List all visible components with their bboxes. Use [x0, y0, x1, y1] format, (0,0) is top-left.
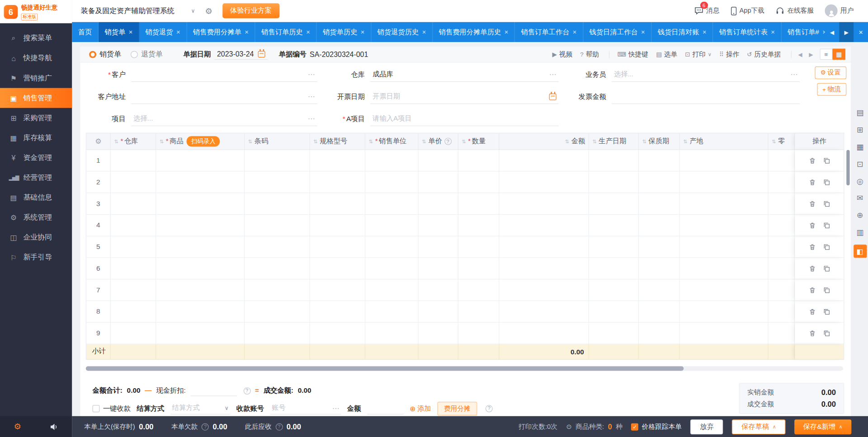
grid-cell[interactable] — [111, 150, 156, 172]
delete-row-icon[interactable] — [808, 265, 816, 272]
tab[interactable]: 销货退货 × — [139, 22, 187, 42]
delete-row-icon[interactable] — [808, 179, 816, 186]
grid-cell[interactable] — [156, 172, 245, 193]
grid-cell[interactable] — [310, 258, 365, 280]
list-view-toggle[interactable]: ≡ — [820, 49, 832, 60]
delete-row-icon[interactable] — [808, 200, 816, 207]
column-header-商品[interactable]: ⇅*商品扫码录入 — [156, 133, 245, 150]
help-icon[interactable]: ? — [202, 423, 209, 430]
grid-cell[interactable] — [499, 279, 589, 301]
grid-gear-icon[interactable]: ⚙ — [95, 137, 101, 146]
grid-cell[interactable] — [156, 323, 245, 344]
add-account-button[interactable]: ⊕ 添加 — [410, 404, 431, 413]
row-number[interactable]: 3 — [86, 193, 111, 215]
grid-cell[interactable] — [310, 279, 365, 301]
delete-row-icon[interactable] — [808, 329, 816, 337]
grid-vertical-scrollbar[interactable] — [846, 150, 849, 344]
row-number[interactable]: 6 — [86, 258, 111, 280]
grid-cell[interactable] — [589, 258, 639, 280]
grid-cell[interactable] — [499, 258, 589, 280]
grid-cell[interactable] — [589, 279, 639, 301]
row-number[interactable]: 1 — [86, 150, 111, 172]
calendar-icon[interactable] — [258, 51, 265, 57]
sort-icon[interactable]: ⇅ — [683, 139, 687, 144]
online-service-button[interactable]: 在线客服 — [776, 6, 814, 15]
sort-icon[interactable]: ⇅ — [592, 139, 596, 144]
grid-cell[interactable] — [365, 172, 419, 193]
one-click-receipt-checkbox[interactable]: 一键收款 — [92, 404, 130, 413]
grid-cell[interactable] — [365, 301, 419, 323]
sidebar-menu-item[interactable]: ⚑ 营销推广 — [0, 68, 72, 88]
info-icon[interactable]: ? — [444, 138, 452, 145]
tab-close-icon[interactable]: × — [422, 28, 426, 36]
grid-cell[interactable] — [419, 301, 458, 323]
grid-cell[interactable] — [245, 301, 310, 323]
grid-cell[interactable] — [458, 301, 500, 323]
logistics-button[interactable]: + 物流 — [817, 83, 846, 96]
customer-input[interactable]: ⋯ — [131, 67, 317, 82]
docs-icon[interactable]: ▥ — [854, 226, 866, 239]
grid-cell[interactable] — [499, 193, 589, 215]
grid-cell[interactable] — [310, 215, 365, 236]
grid-cell[interactable] — [365, 323, 419, 344]
grid-cell[interactable] — [769, 150, 795, 172]
help-icon[interactable]: ? — [243, 387, 250, 395]
topbar-gear-icon[interactable]: ⚙ — [205, 6, 212, 16]
grid-settings-button[interactable]: ⚙ — [86, 133, 111, 150]
sidebar-menu-item[interactable]: ⚙ 系统管理 — [0, 207, 72, 227]
a-project-input[interactable]: 请输入A项目 — [370, 112, 558, 126]
tab-close-icon[interactable]: × — [176, 28, 180, 36]
grid-cell[interactable] — [310, 301, 365, 323]
expense-share-button[interactable]: 费用分摊 — [437, 401, 477, 415]
sidebar-menu-item[interactable]: ▦ 库存核算 — [0, 128, 72, 148]
grid-cell[interactable] — [310, 150, 365, 172]
prev-doc-button[interactable]: ◀ — [798, 51, 802, 57]
grid-cell[interactable] — [680, 172, 769, 193]
grid-cell[interactable] — [310, 172, 365, 193]
grid-cell[interactable] — [111, 215, 156, 236]
invoice-date-input[interactable]: 开票日期 — [370, 89, 558, 104]
save-and-new-button[interactable]: 保存&新增 ∧ — [794, 419, 851, 434]
grid-cell[interactable] — [245, 258, 310, 280]
settle-method-select[interactable]: 结算方式 ∨ — [170, 402, 230, 414]
row-number[interactable]: 5 — [86, 236, 111, 258]
receipt-amount-input[interactable] — [367, 402, 404, 414]
toolbar-button[interactable]: ⊡ 打印 ∨ — [685, 50, 712, 59]
tab-close-icon[interactable]: × — [361, 28, 365, 36]
grid-cell[interactable] — [419, 279, 458, 301]
grid-cell[interactable] — [639, 172, 680, 193]
copy-row-icon[interactable] — [823, 200, 830, 207]
grid-cell[interactable] — [680, 301, 769, 323]
tab[interactable]: 钱货日清对账 × — [651, 22, 713, 42]
sort-icon[interactable]: ⇅ — [160, 139, 164, 144]
grid-cell[interactable] — [680, 150, 769, 172]
grid-cell[interactable] — [639, 193, 680, 215]
grid-cell[interactable] — [458, 279, 500, 301]
grid-cell[interactable] — [589, 236, 639, 258]
delete-row-icon[interactable] — [808, 243, 816, 250]
sidebar-menu-item[interactable]: ▣ 销售管理 — [0, 88, 72, 108]
grid-cell[interactable] — [589, 301, 639, 323]
copy-row-icon[interactable] — [823, 221, 830, 229]
picker-ellipsis-icon[interactable]: ⋯ — [332, 404, 340, 412]
column-header-数量[interactable]: ⇅*数量 — [458, 133, 500, 150]
grid-cell[interactable] — [365, 215, 419, 236]
toolbar-button[interactable]: ▶ 视频 ∨ — [552, 50, 573, 59]
grid-cell[interactable] — [589, 193, 639, 215]
tab-close-icon[interactable]: × — [771, 28, 775, 36]
grid-cell[interactable] — [769, 279, 795, 301]
grid-cell[interactable] — [156, 193, 245, 215]
grid-cell[interactable] — [589, 215, 639, 236]
sort-icon[interactable]: ⇅ — [565, 139, 569, 144]
grid-cell[interactable] — [156, 258, 245, 280]
tabs-close-button[interactable]: ✕ — [854, 22, 868, 42]
sort-icon[interactable]: ⇅ — [462, 139, 466, 144]
grid-cell[interactable] — [458, 236, 500, 258]
grid-cell[interactable] — [458, 215, 500, 236]
grid-cell[interactable] — [458, 258, 500, 280]
copy-row-icon[interactable] — [823, 329, 830, 337]
tab[interactable]: 销货单 × — [99, 22, 139, 42]
column-header-单价[interactable]: ⇅单价? — [419, 133, 458, 150]
grid-cell[interactable] — [589, 172, 639, 193]
column-header-金额[interactable]: ⇅金额 — [499, 133, 589, 150]
